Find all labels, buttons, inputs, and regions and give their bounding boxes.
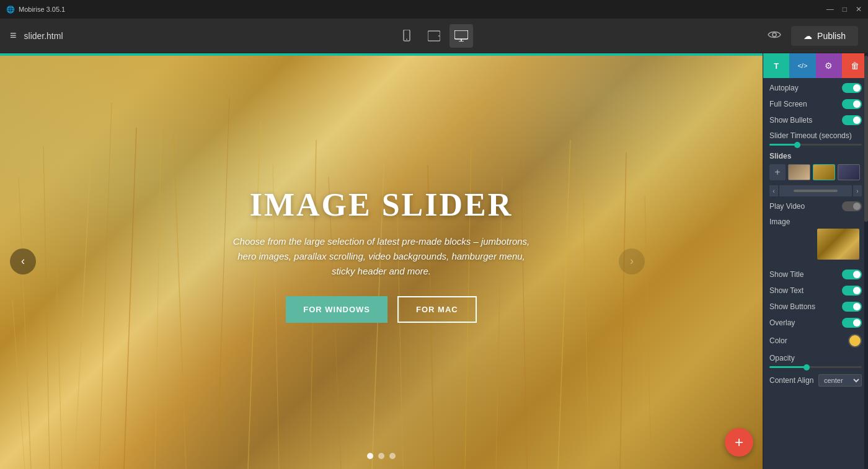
publish-label: Publish <box>817 31 846 41</box>
canvas-top-border <box>0 53 763 56</box>
windows-button[interactable]: FOR WINDOWS <box>286 296 388 323</box>
svg-line-10 <box>74 115 93 469</box>
scroll-nav-right[interactable]: › <box>853 185 862 196</box>
show-bullets-toggle[interactable] <box>842 115 862 125</box>
mobile-view-button[interactable] <box>395 24 418 48</box>
slider-description: Choose from the large selection of lates… <box>229 234 533 279</box>
svg-point-7 <box>773 33 776 37</box>
show-bullets-label: Show Bullets <box>769 116 842 125</box>
dot-1[interactable] <box>367 453 373 459</box>
color-row: Color <box>769 334 862 348</box>
svg-line-8 <box>19 177 31 469</box>
canvas-area: IMAGE SLIDER Choose from the large selec… <box>0 53 763 469</box>
right-panel: T </> ⚙ 🗑 Autoplay Full Screen <box>763 53 868 469</box>
slider-background: IMAGE SLIDER Choose from the large selec… <box>0 53 763 469</box>
image-label: Image <box>769 217 862 226</box>
show-title-toggle[interactable] <box>842 270 862 279</box>
slide-thumb-2[interactable] <box>813 164 835 180</box>
add-slide-button[interactable]: + <box>769 164 786 180</box>
hamburger-menu-button[interactable]: ≡ <box>10 29 17 42</box>
show-text-toggle[interactable] <box>842 286 862 296</box>
color-label: Color <box>769 336 848 345</box>
show-buttons-label: Show Buttons <box>769 302 842 311</box>
trash-icon: 🗑 <box>851 61 859 71</box>
slider-dots <box>367 453 396 459</box>
opacity-track[interactable] <box>769 366 862 368</box>
autoplay-row: Autoplay <box>769 83 862 93</box>
svg-line-13 <box>155 109 161 469</box>
overlay-label: Overlay <box>769 318 842 327</box>
svg-line-30 <box>12 301 25 469</box>
slides-section-label: Slides <box>769 152 862 160</box>
slider-prev-button[interactable]: ‹ <box>10 248 36 274</box>
publish-button[interactable]: ☁ Publish <box>791 26 858 46</box>
gear-icon: ⚙ <box>825 61 833 71</box>
titlebar-left: 🌐 Mobirise 3.05.1 <box>6 6 65 14</box>
restore-button[interactable]: □ <box>843 5 847 14</box>
typography-icon: T <box>774 61 779 71</box>
preview-button[interactable] <box>768 28 781 43</box>
tablet-view-button[interactable] <box>422 24 446 48</box>
scroll-nav-track <box>779 185 852 196</box>
show-buttons-toggle[interactable] <box>842 302 862 312</box>
fullscreen-toggle[interactable] <box>842 99 862 109</box>
code-icon: </> <box>797 62 807 69</box>
play-video-toggle[interactable] <box>842 201 862 211</box>
panel-tabs: T </> ⚙ 🗑 <box>763 53 868 78</box>
tab-settings[interactable]: ⚙ <box>816 53 842 78</box>
toolbar: ≡ slider.html <box>0 19 868 53</box>
cloud-icon: ☁ <box>804 31 812 41</box>
titlebar-controls: — □ ✕ <box>826 5 862 14</box>
tab-typography[interactable]: T <box>763 53 789 78</box>
autoplay-toggle[interactable] <box>842 83 862 93</box>
panel-scrollbar[interactable] <box>864 53 868 469</box>
slide-thumb-1[interactable] <box>788 164 810 180</box>
slider-timeout-label: Slider Timeout (seconds) <box>769 131 862 140</box>
slider-timeout-wrap: Slider Timeout (seconds) <box>769 131 862 146</box>
svg-line-11 <box>99 103 112 469</box>
dot-3[interactable] <box>389 453 396 459</box>
slide-thumb-3[interactable] <box>838 164 860 180</box>
svg-line-28 <box>583 177 589 469</box>
svg-line-17 <box>56 239 62 469</box>
slider-timeout-fill <box>769 144 797 146</box>
svg-line-29 <box>620 152 626 469</box>
slides-row: + <box>769 164 862 180</box>
svg-rect-4 <box>454 30 468 39</box>
tab-code[interactable]: </> <box>789 53 815 78</box>
panel-scroll-thumb[interactable] <box>864 56 868 222</box>
add-block-fab[interactable]: + <box>725 428 753 457</box>
image-preview[interactable] <box>817 229 859 260</box>
scroll-nav-left[interactable]: ‹ <box>769 185 778 196</box>
slider-timeout-thumb[interactable] <box>794 142 800 148</box>
panel-body: Autoplay Full Screen Show Bullets Slider… <box>763 78 868 469</box>
arrow-right-icon: › <box>630 255 634 268</box>
titlebar: 🌐 Mobirise 3.05.1 — □ ✕ <box>0 0 868 19</box>
slider-timeout-track[interactable] <box>769 144 862 146</box>
content-align-row: Content Align left center right <box>769 374 862 387</box>
slider-title: IMAGE SLIDER <box>229 186 533 223</box>
slider-buttons: FOR WINDOWS FOR MAC <box>229 296 533 323</box>
svg-line-14 <box>174 134 186 469</box>
overlay-toggle[interactable] <box>842 318 862 328</box>
content-align-select[interactable]: left center right <box>818 374 862 387</box>
svg-line-12 <box>124 128 136 469</box>
show-text-row: Show Text <box>769 286 862 296</box>
slide-scroll-nav: ‹ › <box>769 185 862 196</box>
main-area: IMAGE SLIDER Choose from the large selec… <box>0 53 868 469</box>
svg-line-31 <box>645 196 651 469</box>
minimize-button[interactable]: — <box>826 5 834 14</box>
color-swatch[interactable] <box>848 334 862 348</box>
mac-button[interactable]: FOR MAC <box>397 296 477 323</box>
app-icon: 🌐 <box>6 6 15 14</box>
opacity-fill <box>769 366 807 368</box>
slider-next-button[interactable]: › <box>619 248 645 274</box>
app-name: Mobirise 3.05.1 <box>19 6 65 13</box>
dot-2[interactable] <box>378 453 384 459</box>
close-button[interactable]: ✕ <box>856 5 862 14</box>
opacity-thumb[interactable] <box>804 364 810 370</box>
play-video-row: Play Video <box>769 201 862 211</box>
toolbar-right: ☁ Publish <box>768 26 858 46</box>
desktop-view-button[interactable] <box>450 24 473 48</box>
play-video-label: Play Video <box>769 202 842 211</box>
